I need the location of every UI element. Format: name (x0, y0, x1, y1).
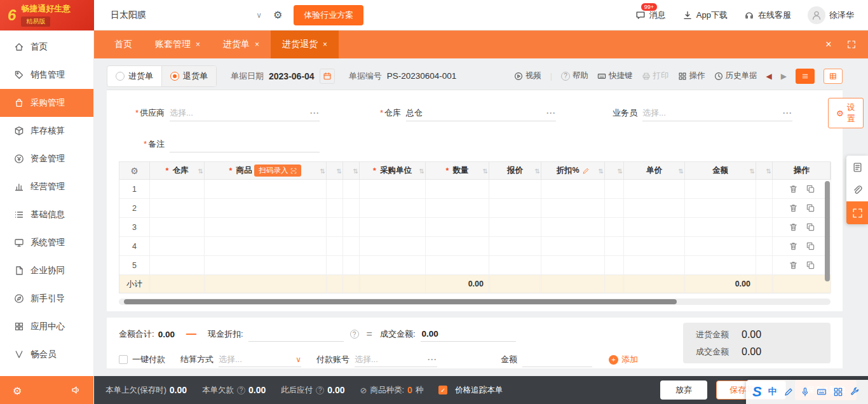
col-amount[interactable]: 金额⇅ (685, 162, 756, 180)
grid-cell[interactable] (605, 256, 624, 275)
tab-close-icon[interactable]: × (255, 40, 259, 49)
sort-icon[interactable]: ⇅ (337, 167, 342, 174)
sort-icon[interactable]: ⇅ (766, 167, 771, 174)
radio-purchase-order[interactable]: 进货单 (107, 66, 161, 86)
grid-cell[interactable] (343, 256, 360, 275)
tab-3[interactable]: 进货退货× (271, 30, 339, 58)
grid-cell[interactable] (756, 218, 773, 237)
grid-cell[interactable] (150, 180, 205, 199)
list-view-button[interactable] (796, 69, 815, 84)
delete-row-icon[interactable] (789, 241, 798, 251)
tab-close-icon[interactable]: × (196, 40, 200, 49)
online-service-button[interactable]: 在线客服 (744, 10, 791, 21)
delete-row-icon[interactable] (789, 260, 798, 270)
col-discount[interactable]: 折扣%⇅ (541, 162, 605, 180)
column-config-button[interactable]: ⚙ (119, 162, 150, 180)
date-value[interactable]: 2023-06-04 (269, 71, 315, 81)
sort-icon[interactable]: ⇅ (535, 167, 540, 174)
grid-cell[interactable] (343, 218, 360, 237)
grid-cell[interactable] (205, 180, 327, 199)
scrollbar-thumb[interactable] (825, 181, 830, 281)
grid-cell[interactable] (489, 218, 541, 237)
sidebar-item-enterprise[interactable]: 企业协同 (0, 257, 93, 285)
grid-cell[interactable] (756, 256, 773, 275)
delete-row-icon[interactable] (789, 203, 798, 213)
copy-row-icon[interactable] (806, 260, 815, 270)
experience-plan-button[interactable]: 体验行业方案 (294, 5, 363, 25)
scrollbar-thumb[interactable] (124, 299, 677, 304)
col-extra[interactable]: ⇅ (343, 162, 360, 180)
copy-row-icon[interactable] (806, 203, 815, 213)
pay-amount-input[interactable] (522, 352, 592, 367)
actions-button[interactable]: 操作 (678, 71, 705, 81)
deal-amount-input[interactable]: 0.00 (421, 327, 516, 342)
help-button[interactable]: ?帮助 (561, 71, 588, 81)
edit-discount-icon[interactable] (582, 167, 590, 175)
close-all-tabs-icon[interactable]: × (824, 39, 834, 50)
radio-return-order[interactable]: 退货单 (161, 66, 216, 86)
grid-cell[interactable] (205, 199, 327, 218)
grid-cell[interactable] (624, 218, 685, 237)
user-menu[interactable]: 徐泽华 (808, 6, 854, 24)
settle-method-select[interactable]: 选择... ∨ (219, 352, 301, 367)
payable-help-icon[interactable]: ? (316, 386, 324, 394)
delete-row-icon[interactable] (789, 184, 798, 194)
tab-0[interactable]: 首页 (103, 30, 144, 58)
grid-cell[interactable] (327, 218, 343, 237)
sort-icon[interactable]: ⇅ (750, 167, 755, 174)
grid-cell[interactable] (327, 199, 343, 218)
document-helper-icon[interactable] (846, 156, 868, 178)
salesman-select[interactable]: 选择... ··· (642, 105, 792, 121)
grid-cell[interactable] (624, 199, 685, 218)
grid-cell[interactable] (605, 218, 624, 237)
settings-button[interactable]: ⚙ 设置 (828, 98, 864, 128)
grid-cell[interactable] (605, 199, 624, 218)
print-button[interactable]: 打印 (642, 71, 669, 81)
more-options-icon[interactable]: ··· (310, 109, 320, 118)
grid-cell[interactable] (327, 256, 343, 275)
grid-cell[interactable] (426, 218, 489, 237)
grid-cell[interactable] (624, 180, 685, 199)
sidebar-item-system[interactable]: 系统管理 (0, 229, 93, 257)
account-selector[interactable]: 日太阳膜 ∨ (111, 10, 262, 21)
fullscreen-icon[interactable] (846, 39, 857, 50)
attachment-clip-icon[interactable] (846, 178, 868, 201)
grid-cell[interactable] (150, 237, 205, 256)
delete-row-icon[interactable] (789, 222, 798, 232)
announcement-speaker-icon[interactable] (71, 385, 81, 395)
grid-cell[interactable] (756, 237, 773, 256)
grid-cell[interactable] (541, 199, 605, 218)
sort-icon[interactable]: ⇅ (599, 167, 604, 174)
grid-cell[interactable] (426, 199, 489, 218)
sidebar-item-sales[interactable]: 销售管理 (0, 61, 93, 89)
grid-cell[interactable] (541, 237, 605, 256)
ime-mode-toggle[interactable]: 中 (768, 386, 777, 398)
grid-cell[interactable] (685, 237, 756, 256)
grid-cell[interactable] (150, 256, 205, 275)
account-settings-gear-icon[interactable]: ⚙ (273, 9, 282, 21)
ime-toolbox-icon[interactable] (850, 387, 860, 397)
messages-button[interactable]: 99+ 消息 (635, 10, 666, 21)
sidebar-item-home[interactable]: 首页 (0, 33, 93, 61)
history-button[interactable]: 历史单据 (714, 71, 757, 81)
col-warehouse[interactable]: *仓库⇅ (150, 162, 205, 180)
copy-row-icon[interactable] (806, 184, 815, 194)
copy-row-icon[interactable] (806, 241, 815, 251)
grid-cell[interactable] (360, 199, 426, 218)
debt-help-icon[interactable]: ? (237, 386, 245, 394)
ime-logo[interactable]: S (752, 385, 762, 399)
scan-entry-button[interactable]: 扫码录入 (254, 165, 301, 177)
more-options-icon[interactable]: ··· (428, 355, 437, 364)
sort-icon[interactable]: ⇅ (353, 167, 358, 174)
grid-cell[interactable] (426, 180, 489, 199)
grid-cell[interactable] (360, 237, 426, 256)
grid-cell[interactable] (327, 237, 343, 256)
grid-cell[interactable] (756, 199, 773, 218)
price-track-checkbox[interactable]: ✓ (438, 386, 447, 394)
pay-account-select[interactable]: 选择... ··· (355, 352, 437, 367)
sidebar-item-business[interactable]: 经营管理 (0, 173, 93, 201)
ime-grid-icon[interactable] (833, 387, 843, 397)
tab-1[interactable]: 账套管理× (144, 30, 212, 58)
more-options-icon[interactable]: ··· (783, 109, 792, 118)
grid-cell[interactable] (541, 256, 605, 275)
